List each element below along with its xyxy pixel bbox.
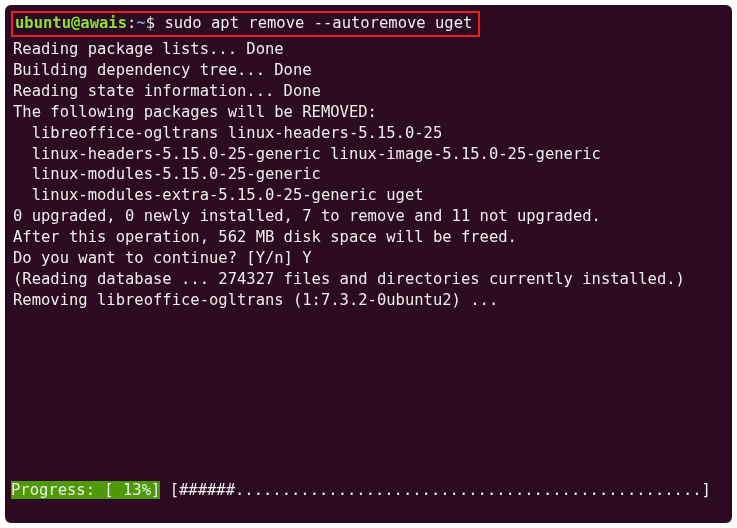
prompt-colon: : [127, 14, 136, 32]
output-line: After this operation, 562 MB disk space … [11, 227, 726, 248]
output-line: linux-modules-extra-5.15.0-25-generic ug… [11, 185, 726, 206]
output-line: (Reading database ... 274327 files and d… [11, 269, 726, 290]
output-line: Building dependency tree... Done [11, 60, 726, 81]
prompt-at: @ [71, 14, 80, 32]
prompt-host: awais [80, 14, 127, 32]
progress-bar-area: Progress: [ 13%] [######................… [11, 480, 726, 501]
terminal-window: ubuntu@awais:~$ sudo apt remove --autore… [0, 0, 737, 528]
progress-label: Progress: [11, 481, 95, 499]
output-line: 0 upgraded, 0 newly installed, 7 to remo… [11, 206, 726, 227]
prompt-line-highlighted: ubuntu@awais:~$ sudo apt remove --autore… [11, 11, 480, 37]
output-line: libreoffice-ogltrans linux-headers-5.15.… [11, 123, 726, 144]
prompt-path: ~ [136, 14, 145, 32]
progress-percent: [ 13%] [95, 481, 160, 499]
output-line: The following packages will be REMOVED: [11, 102, 726, 123]
prompt-user: ubuntu [15, 14, 71, 32]
terminal-pane[interactable]: ubuntu@awais:~$ sudo apt remove --autore… [5, 5, 732, 523]
output-line: linux-headers-5.15.0-25-generic linux-im… [11, 144, 726, 165]
output-line: Do you want to continue? [Y/n] Y [11, 248, 726, 269]
prompt-symbol: $ [146, 14, 165, 32]
output-line: Removing libreoffice-ogltrans (1:7.3.2-0… [11, 290, 726, 311]
output-line: Reading package lists... Done [11, 39, 726, 60]
output-line: linux-modules-5.15.0-25-generic [11, 164, 726, 185]
command-text: sudo apt remove --autoremove uget [164, 14, 472, 32]
progress-bar: [######.................................… [160, 481, 720, 499]
progress-line: Progress: [ 13%] [######................… [11, 480, 726, 501]
output-line: Reading state information... Done [11, 81, 726, 102]
